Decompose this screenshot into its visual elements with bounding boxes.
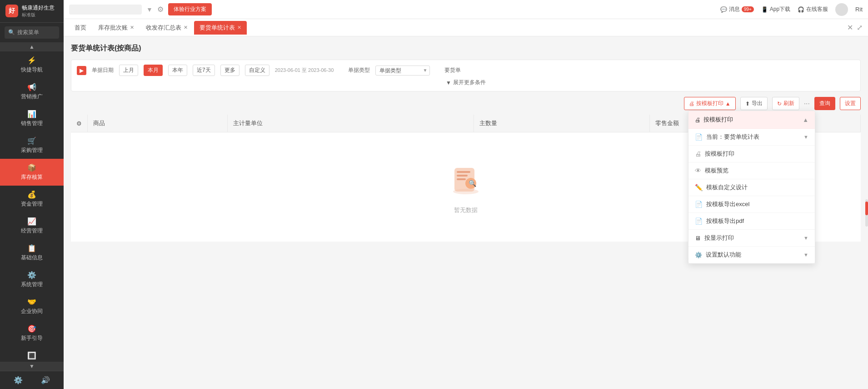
refresh-icon: ↻ <box>777 101 782 107</box>
sidebar-item-basic[interactable]: 📋 基础信息 <box>0 239 64 266</box>
tabs-actions: ✕ ⤢ <box>847 23 863 32</box>
tab-close-icon[interactable]: ✕ <box>847 23 853 32</box>
order-type-label: 单据类型 <box>348 66 370 74</box>
current-template-item[interactable]: 📄 当前：要货单统计表 ▼ <box>688 129 815 146</box>
audio-icon[interactable]: 🔊 <box>41 376 50 384</box>
app-download-item[interactable]: 📱 App下载 <box>761 5 790 13</box>
dropdown-arrow-icon[interactable]: ▼ <box>146 6 153 13</box>
settings-button[interactable]: 设置 <box>840 97 861 110</box>
template-custom-item[interactable]: ✏️ 模板自定义设计 <box>688 179 815 196</box>
print-dropdown: 🖨 按模板打印 ▲ 📄 当前：要货单统计表 ▼ 🖨 按模板打印 👁 模板 <box>688 111 815 264</box>
sidebar-item-purchase[interactable]: 🛒 采购管理 <box>0 132 64 159</box>
quick-nav-icon: ⚡ <box>27 56 36 65</box>
tab-home[interactable]: 首页 <box>69 21 92 35</box>
query-button[interactable]: 查询 <box>814 97 835 110</box>
order-type-select[interactable]: 单据类型 <box>375 66 430 76</box>
current-template-icon: 📄 <box>695 133 703 141</box>
sidebar-item-collab[interactable]: 🤝 企业协同 <box>0 293 64 320</box>
sales-icon: 📊 <box>27 110 36 118</box>
filter-expand-toggle[interactable]: ▶ <box>77 66 86 75</box>
order-type-select-wrapper: 单据类型 ▼ <box>375 66 430 76</box>
display-print-item[interactable]: 🖥 按显示打印 ▼ <box>688 230 815 247</box>
tab-maximize-icon[interactable]: ⤢ <box>857 23 863 32</box>
date-btn-this-month[interactable]: 本月 <box>144 65 163 76</box>
basic-icon: 📋 <box>27 244 36 253</box>
headset-icon: 🎧 <box>798 6 804 13</box>
svg-rect-3 <box>457 175 468 177</box>
date-btn-7days[interactable]: 近7天 <box>193 65 215 76</box>
sidebar-bottom: ⚙️ 🔊 <box>0 371 64 389</box>
trial-industry-button[interactable]: 体验行业方案 <box>168 3 212 15</box>
search-icon: 🔍 <box>8 29 15 35</box>
sidebar-item-apps[interactable]: 🔳 应用中心 <box>0 347 64 362</box>
scroll-up-btn[interactable]: ▲ <box>0 42 64 51</box>
tab-close-collection[interactable]: ✕ <box>184 25 188 30</box>
sidebar-item-quick-nav[interactable]: ⚡ 快捷导航 <box>0 51 64 78</box>
template-print-item[interactable]: 🖨 按模板打印 <box>688 146 815 162</box>
settings-bottom-icon[interactable]: ⚙️ <box>14 376 23 384</box>
th-quantity: 主数量 <box>474 115 649 132</box>
sidebar-nav: ⚡ 快捷导航 📢 营销推广 📊 销售管理 🛒 采购管理 📦 库存核算 💰 资金管… <box>0 51 64 362</box>
guide-icon: 🎯 <box>27 324 36 333</box>
operation-icon: 📈 <box>27 217 36 226</box>
filter-expand-button[interactable]: ▼ 展开更多条件 <box>77 79 855 86</box>
date-btn-more[interactable]: 更多 <box>220 65 239 76</box>
printer-icon: 🖨 <box>689 101 694 107</box>
export-icon: ⬆ <box>745 101 750 107</box>
svg-rect-2 <box>457 171 470 173</box>
online-service-item[interactable]: 🎧 在线客服 <box>798 5 828 13</box>
print-header-icon: 🖨 <box>695 116 701 123</box>
tab-batch-account[interactable]: 库存批次账 ✕ <box>93 21 140 35</box>
sidebar-search[interactable]: 🔍 搜索菜单 <box>5 26 59 39</box>
inventory-icon: 📦 <box>27 163 36 172</box>
sidebar-item-finance[interactable]: 💰 资金管理 <box>0 186 64 212</box>
date-btn-custom[interactable]: 自定义 <box>245 65 269 76</box>
default-func-item[interactable]: ⚙️ 设置默认功能 ▼ <box>688 247 815 263</box>
scroll-down-btn[interactable]: ▼ <box>0 362 64 371</box>
template-preview-icon: 👁 <box>695 167 701 174</box>
more-options-icon[interactable]: ··· <box>804 100 810 108</box>
print-template-button[interactable]: 🖨 按模板打印 ▲ <box>684 97 736 110</box>
template-export-excel-item[interactable]: 📄 按模板导出excel <box>688 196 815 213</box>
sidebar-item-inventory[interactable]: 📦 库存核算 <box>0 159 64 186</box>
tab-close-batch[interactable]: ✕ <box>130 25 134 30</box>
export-button[interactable]: ⬆ 导出 <box>740 97 768 110</box>
template-print-icon: 🖨 <box>695 150 701 157</box>
display-icon: 🖥 <box>695 235 701 242</box>
scroll-indicator[interactable] <box>865 199 868 227</box>
svg-text:🔍: 🔍 <box>469 180 477 187</box>
topbar-search-input[interactable] <box>69 5 142 15</box>
th-goods: 商品 <box>88 115 228 132</box>
tab-order-stats[interactable]: 要货单统计表 ✕ <box>194 21 247 35</box>
chevron-up-icon: ▲ <box>725 101 731 107</box>
marketing-icon: 📢 <box>27 83 36 91</box>
user-name: Rit <box>855 6 863 13</box>
topbar-right: 💬 消息 99+ 📱 App下载 🎧 在线客服 Rit <box>720 3 863 16</box>
main-content: ▼ ⚙ 体验行业方案 💬 消息 99+ 📱 App下载 🎧 在线客服 Rit 首… <box>64 0 868 389</box>
th-gear[interactable]: ⚙ <box>71 115 88 132</box>
sidebar-item-system[interactable]: ⚙️ 系统管理 <box>0 266 64 293</box>
pdf-icon: 📄 <box>695 217 703 225</box>
sidebar-item-guide[interactable]: 🎯 新手引导 <box>0 320 64 347</box>
tab-collection-summary[interactable]: 收发存汇总表 ✕ <box>140 21 193 35</box>
empty-icon: 🔍 <box>445 160 486 201</box>
sidebar-item-operation[interactable]: 📈 经营管理 <box>0 212 64 239</box>
default-func-arrow: ▼ <box>803 252 808 258</box>
refresh-button[interactable]: ↻ 刷新 <box>772 97 799 110</box>
template-preview-item[interactable]: 👁 模板预览 <box>688 162 815 179</box>
print-dropdown-header: 🖨 按模板打印 ▲ <box>688 111 815 129</box>
date-btn-this-year[interactable]: 本年 <box>168 65 187 76</box>
app-name: 畅康通好生意 标准版 <box>22 5 55 18</box>
sidebar-item-sales[interactable]: 📊 销售管理 <box>0 105 64 132</box>
sidebar-item-marketing[interactable]: 📢 营销推广 <box>0 78 64 105</box>
avatar[interactable] <box>835 3 848 16</box>
date-btn-last-month[interactable]: 上月 <box>119 65 138 76</box>
tab-close-order[interactable]: ✕ <box>237 25 241 30</box>
page-content: 要货单统计表(按商品) ▶ 单据日期 上月 本月 本年 近7天 更多 自定义 2… <box>64 36 868 389</box>
topbar-gear-icon[interactable]: ⚙ <box>157 5 164 14</box>
dropdown-collapse-icon[interactable]: ▲ <box>803 116 808 123</box>
template-export-pdf-item[interactable]: 📄 按模板导出pdf <box>688 213 815 230</box>
default-func-icon: ⚙️ <box>695 252 702 258</box>
message-item[interactable]: 💬 消息 99+ <box>720 5 754 13</box>
excel-icon: 📄 <box>695 201 703 208</box>
